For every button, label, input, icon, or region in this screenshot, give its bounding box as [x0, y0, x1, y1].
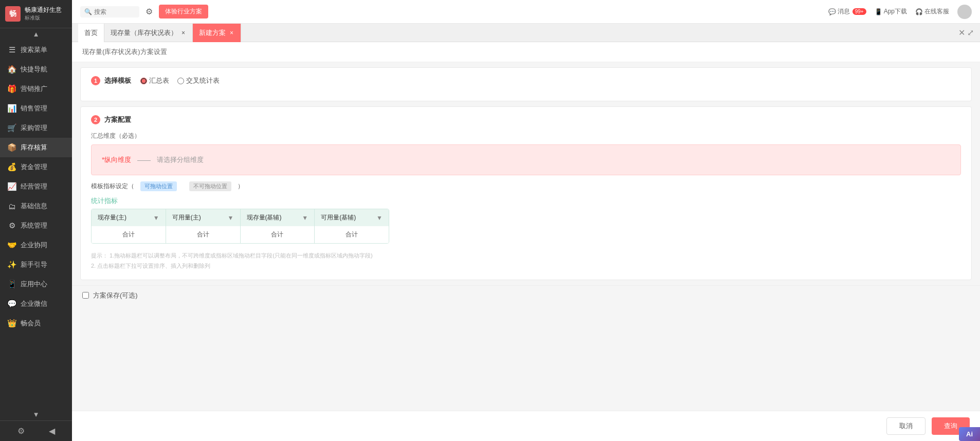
- message-icon: 💬: [828, 8, 836, 15]
- step1-badge: 1: [91, 76, 100, 85]
- stats-table-header: 现存量(主) ▼ 可用量(主) ▼ 现存量(基辅) ▼ 可用量(基辅): [92, 209, 389, 226]
- sidebar-item-appcenter[interactable]: 📱 应用中心: [0, 274, 72, 294]
- search-input[interactable]: [94, 8, 135, 15]
- sidebar-item-wechat[interactable]: 💬 企业微信: [0, 294, 72, 314]
- operations-icon: 📈: [7, 182, 16, 191]
- tabbar: 首页 现存量（库存状况表） × 新建方案 × ✕ ⤢: [72, 24, 980, 42]
- indicator-close-paren: ）: [238, 182, 244, 191]
- tab-inventory-status[interactable]: 现存量（库存状况表） ×: [104, 24, 193, 42]
- topbar-gear-btn[interactable]: ⚙: [146, 7, 153, 16]
- sidebar-item-marketing[interactable]: 🎁 营销推广: [0, 79, 72, 99]
- section-template: 1 选择模板 汇总表 交叉统计表: [80, 67, 972, 101]
- topbar-search-box[interactable]: 🔍: [80, 6, 139, 17]
- sidebar-item-label: 新手引导: [21, 260, 47, 269]
- stats-title: 统计指标: [91, 196, 961, 206]
- sidebar-item-label: 资金管理: [21, 162, 47, 172]
- stats-cell-1: 合计: [92, 226, 166, 243]
- radio-cross-input[interactable]: [177, 78, 184, 84]
- sidebar-item-label: 系统管理: [21, 221, 47, 230]
- page-title: 现存量(库存状况表)方案设置: [72, 42, 980, 62]
- sidebar-item-operations[interactable]: 📈 经营管理: [0, 177, 72, 196]
- app-name: 畅康通好生意 标准版: [25, 6, 62, 22]
- sidebar-item-collab[interactable]: 🤝 企业协同: [0, 235, 72, 255]
- sidebar-item-purchase[interactable]: 🛒 采购管理: [0, 118, 72, 138]
- sidebar-item-label: 采购管理: [21, 123, 47, 133]
- dim-placeholder[interactable]: 请选择分组维度: [157, 155, 204, 164]
- sidebar-item-label: 销售管理: [21, 104, 47, 113]
- radio-summary-input[interactable]: [140, 78, 147, 84]
- topbar-online-service[interactable]: 🎧 在线客服: [915, 7, 949, 16]
- tab-new-plan[interactable]: 新建方案 ×: [193, 24, 241, 42]
- sidebar-item-label: 搜索菜单: [21, 45, 47, 54]
- panel-controls: ✕ ⤢: [958, 28, 974, 38]
- settings-footer-btn[interactable]: ⚙: [17, 426, 25, 436]
- hint-box: 提示： 1.拖动标题栏可以调整布局，不可跨维度或指标区域拖动栏目字段(只能在同一…: [91, 251, 961, 271]
- sidebar-item-label: 基础信息: [21, 201, 47, 211]
- sidebar-item-sysadmin[interactable]: ⚙ 系统管理: [0, 216, 72, 235]
- sidebar-item-sales[interactable]: 📊 销售管理: [0, 99, 72, 118]
- sidebar-scroll-down[interactable]: ▼: [0, 409, 72, 420]
- stats-col-3[interactable]: 现存量(基辅) ▼: [241, 209, 315, 226]
- stats-col-4[interactable]: 可用量(基辅) ▼: [315, 209, 389, 226]
- stats-table-body: 合计 合计 合计 合计: [92, 226, 389, 243]
- step1-title: 选择模板: [104, 76, 131, 85]
- stats-col-1[interactable]: 现存量(主) ▼: [92, 209, 166, 226]
- save-checkbox[interactable]: [82, 292, 89, 299]
- tab-close-inventory[interactable]: ×: [180, 29, 186, 36]
- stats-col-1-label: 现存量(主): [98, 213, 126, 222]
- stats-cell-4: 合计: [315, 226, 389, 243]
- sidebar-item-quicknav[interactable]: 🏠 快捷导航: [0, 60, 72, 79]
- search-icon: 🔍: [84, 8, 92, 15]
- section-plan-config: 2 方案配置 汇总维度（必选） *纵向维度 —— 请选择分组维度 模板指标设定（…: [80, 106, 972, 280]
- topbar-message[interactable]: 💬 消息 99+: [828, 7, 866, 16]
- action-bar: 取消 查询: [72, 411, 980, 441]
- dimension-required-label: 汇总维度（必选）: [91, 132, 961, 140]
- stats-col-3-dropdown-icon[interactable]: ▼: [302, 214, 308, 222]
- radio-summary[interactable]: 汇总表: [140, 76, 169, 85]
- phone-icon: 📱: [875, 8, 882, 15]
- home-icon: 🏠: [7, 65, 16, 74]
- collapse-sidebar-btn[interactable]: ◀: [49, 426, 55, 436]
- app-logo-icon: 畅: [5, 6, 21, 22]
- sidebar-item-finance[interactable]: 💰 资金管理: [0, 157, 72, 177]
- stats-col-2-dropdown-icon[interactable]: ▼: [228, 214, 234, 222]
- save-label[interactable]: 方案保存(可选): [93, 291, 138, 300]
- money-icon: 💰: [7, 162, 16, 172]
- panel-expand-btn[interactable]: ⤢: [967, 28, 974, 38]
- trial-btn[interactable]: 体验行业方案: [159, 5, 208, 19]
- stats-col-2[interactable]: 可用量(主) ▼: [166, 209, 241, 226]
- star-icon: ✨: [7, 260, 16, 269]
- sidebar-item-search[interactable]: ☰ 搜索菜单: [0, 40, 72, 60]
- tab-close-new-plan[interactable]: ×: [229, 29, 234, 36]
- sidebar-item-label: 库存核算: [21, 143, 47, 152]
- draggable-badge: 可拖动位置: [140, 181, 177, 191]
- panel-close-btn[interactable]: ✕: [958, 28, 965, 38]
- stats-col-4-dropdown-icon[interactable]: ▼: [376, 214, 383, 222]
- stats-col-1-dropdown-icon[interactable]: ▼: [153, 214, 159, 222]
- sidebar-item-inventory[interactable]: 📦 库存核算: [0, 138, 72, 157]
- stats-col-4-label: 可用量(基辅): [321, 213, 356, 222]
- sidebar-item-baseinfo[interactable]: 🗂 基础信息: [0, 196, 72, 216]
- cart-icon: 🛒: [7, 123, 16, 133]
- sidebar-logo: 畅 畅康通好生意 标准版: [0, 0, 72, 28]
- sidebar-item-member[interactable]: 👑 畅会员: [0, 314, 72, 333]
- sidebar-item-newbie[interactable]: ✨ 新手引导: [0, 255, 72, 274]
- stats-col-3-label: 现存量(基辅): [247, 213, 282, 222]
- step2-badge: 2: [91, 115, 100, 124]
- sidebar-scroll-up[interactable]: ▲: [0, 28, 72, 40]
- radio-cross[interactable]: 交叉统计表: [177, 76, 220, 85]
- dim-arrow: ——: [137, 156, 151, 164]
- content-area: 现存量(库存状况表)方案设置 1 选择模板 汇总表 交叉统计表: [72, 42, 980, 411]
- dimension-box: *纵向维度 —— 请选择分组维度: [91, 144, 961, 175]
- sidebar-item-label: 企业微信: [21, 299, 47, 308]
- topbar-app-download[interactable]: 📱 App下载: [875, 7, 907, 16]
- save-section: 方案保存(可选): [72, 285, 980, 305]
- ai-float-button[interactable]: Ai: [959, 427, 980, 441]
- hint-line-1: 提示： 1.拖动标题栏可以调整布局，不可跨维度或指标区域拖动栏目字段(只能在同一…: [91, 251, 961, 261]
- sidebar-item-label: 应用中心: [21, 280, 47, 289]
- cancel-button[interactable]: 取消: [886, 417, 925, 435]
- box-icon: 📦: [7, 143, 16, 152]
- user-avatar[interactable]: [957, 5, 972, 19]
- stats-cell-3: 合计: [241, 226, 315, 243]
- tab-home[interactable]: 首页: [78, 24, 104, 42]
